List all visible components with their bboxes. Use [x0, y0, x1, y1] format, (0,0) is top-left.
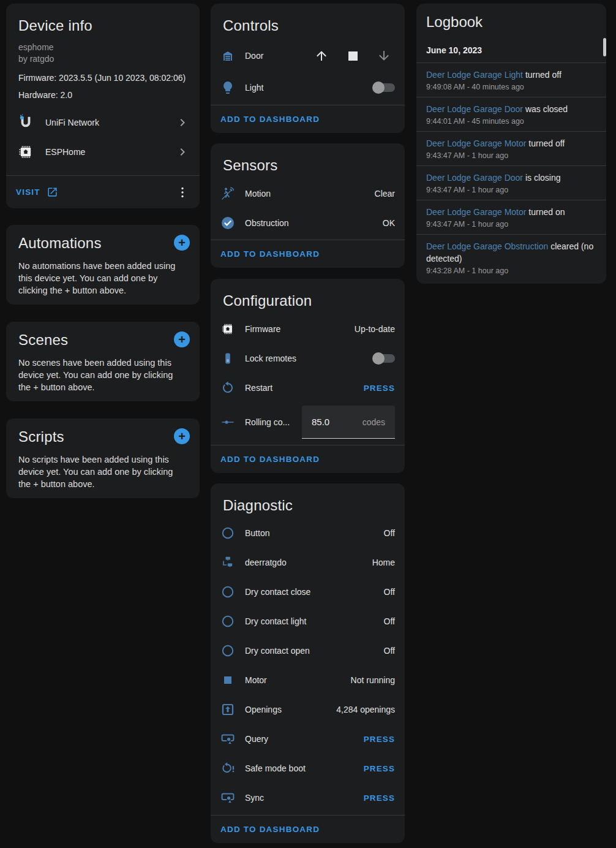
logbook-scrollbar[interactable] [603, 38, 606, 56]
lightbulb-icon [220, 80, 245, 95]
add-automation-button[interactable]: + [174, 235, 190, 251]
door-row[interactable]: Door [211, 40, 405, 72]
controls-card: Controls Door Light [211, 4, 405, 133]
scripts-title: Scripts [18, 428, 64, 445]
chevron-right-icon [175, 145, 190, 159]
dry-contact-light-row[interactable]: Dry contact light Off [211, 607, 405, 636]
motor-row[interactable]: Motor Not running [211, 665, 405, 695]
lock-remotes-toggle[interactable] [374, 354, 395, 363]
safe-mode-boot-row[interactable]: Safe mode boot PRESS [211, 754, 405, 783]
light-toggle[interactable] [374, 83, 395, 92]
logbook-entity-link[interactable]: Deer Lodge Garage Motor [426, 138, 526, 148]
integration-label: ESPHome [45, 147, 175, 157]
logbook-time: 9:43:47 AM - 1 hour ago [426, 219, 596, 229]
automations-empty-text: No automations have been added using thi… [6, 260, 200, 297]
configuration-card: Configuration Firmware Up-to-date [211, 279, 405, 473]
logbook-time: 9:43:47 AM - 1 hour ago [426, 185, 596, 195]
integration-row-unifi[interactable]: UniFi Network [6, 108, 200, 137]
lock-remotes-label: Lock remotes [245, 354, 374, 363]
query-label: Query [245, 734, 364, 744]
integration-label: UniFi Network [45, 118, 175, 127]
firmware-chip-icon [220, 322, 245, 336]
safe-mode-boot-press-button[interactable]: PRESS [364, 764, 395, 773]
device-subtitle: esphome by ratgdo [6, 42, 200, 65]
rolling-code-input[interactable]: 85.0 codes [302, 406, 395, 439]
query-press-button[interactable]: PRESS [364, 735, 395, 744]
arrow-up-box-icon [220, 702, 245, 717]
motion-label: Motion [245, 189, 375, 199]
restart-row[interactable]: Restart PRESS [211, 373, 405, 403]
device-manufacturer: by ratgdo [18, 53, 187, 65]
deerratgdo-row[interactable]: deerratgdo Home [211, 548, 405, 577]
open-in-new-icon [47, 186, 58, 198]
sync-label: Sync [245, 793, 364, 803]
logbook-entry: Deer Lodge Garage Door was closed 9:44:0… [416, 97, 606, 132]
dry-contact-close-row[interactable]: Dry contact close Off [211, 577, 405, 607]
sync-row[interactable]: Sync PRESS [211, 783, 405, 812]
visit-button[interactable]: VISIT [16, 186, 58, 198]
button-label: Button [245, 528, 384, 538]
tap-button-icon [220, 732, 245, 746]
sensors-title: Sensors [211, 143, 405, 174]
integration-row-esphome[interactable]: ESPHome [6, 137, 200, 167]
scripts-card: Scripts + No scripts have been added usi… [6, 418, 200, 498]
firmware-row[interactable]: Firmware Up-to-date [211, 314, 405, 344]
openings-row[interactable]: Openings 4,284 openings [211, 695, 405, 724]
restart-press-button[interactable]: PRESS [364, 384, 395, 393]
sensors-add-to-dashboard-button[interactable]: ADD TO DASHBOARD [220, 249, 320, 259]
logbook-action: turned off [525, 70, 562, 80]
motor-value: Not running [351, 675, 395, 685]
logbook-action: is closing [525, 173, 561, 183]
button-row[interactable]: Button Off [211, 518, 405, 548]
lan-icon [220, 555, 245, 570]
door-open-button[interactable] [309, 44, 334, 68]
logbook-action: turned on [528, 207, 565, 217]
add-script-button[interactable]: + [174, 428, 190, 444]
visit-label: VISIT [16, 187, 40, 197]
logbook-action: turned off [528, 138, 565, 148]
query-row[interactable]: Query PRESS [211, 724, 405, 754]
logbook-title: Logbook [416, 4, 606, 31]
light-row[interactable]: Light [211, 72, 405, 104]
overflow-menu-button[interactable] [175, 185, 190, 200]
remote-icon [220, 351, 245, 366]
logbook-entity-link[interactable]: Deer Lodge Garage Obstruction [426, 241, 548, 251]
diagnostic-card: Diagnostic Button Off deerratgdo Home [211, 483, 405, 843]
dry-contact-open-row[interactable]: Dry contact open Off [211, 636, 405, 665]
circle-outline-icon [220, 614, 245, 629]
configuration-add-to-dashboard-button[interactable]: ADD TO DASHBOARD [220, 455, 320, 464]
add-scene-button[interactable]: + [174, 331, 190, 347]
device-info-card: Device info esphome by ratgdo Firmware: … [6, 4, 200, 208]
controls-title: Controls [211, 4, 405, 34]
logbook-entry: Deer Lodge Garage Motor turned on 9:43:4… [416, 200, 606, 235]
logbook-time: 9:49:08 AM - 40 minutes ago [426, 82, 596, 92]
logbook-time: 9:43:47 AM - 1 hour ago [426, 151, 596, 161]
door-stop-button[interactable] [340, 44, 365, 68]
sync-press-button[interactable]: PRESS [364, 793, 395, 803]
safe-mode-boot-label: Safe mode boot [245, 763, 364, 773]
ray-vertex-icon [220, 415, 245, 430]
logbook-entity-link[interactable]: Deer Lodge Garage Door [426, 104, 523, 114]
deerratgdo-label: deerratgdo [245, 558, 372, 567]
motion-sensor-icon [220, 186, 245, 201]
logbook-entity-link[interactable]: Deer Lodge Garage Light [426, 70, 523, 80]
circle-outline-icon [220, 585, 245, 599]
logbook-entry: Deer Lodge Garage Light turned off 9:49:… [416, 63, 606, 97]
logbook-entity-link[interactable]: Deer Lodge Garage Motor [426, 207, 526, 217]
motion-row[interactable]: Motion Clear [211, 179, 405, 208]
automations-card: Automations + No automations have been a… [6, 225, 200, 305]
restart-icon [220, 380, 245, 395]
diagnostic-add-to-dashboard-button[interactable]: ADD TO DASHBOARD [220, 825, 320, 834]
restart-label: Restart [245, 383, 364, 393]
obstruction-row[interactable]: Obstruction OK [211, 208, 405, 238]
configuration-title: Configuration [211, 279, 405, 309]
lock-remotes-row[interactable]: Lock remotes [211, 344, 405, 373]
device-info-title: Device info [6, 4, 200, 34]
logbook-entity-link[interactable]: Deer Lodge Garage Door [426, 173, 523, 183]
motor-label: Motor [245, 675, 351, 685]
rolling-code-row[interactable]: Rolling co... 85.0 codes [211, 403, 405, 442]
circle-outline-icon [220, 526, 245, 540]
controls-add-to-dashboard-button[interactable]: ADD TO DASHBOARD [220, 115, 320, 124]
door-close-button[interactable] [372, 44, 396, 68]
logbook-entry: Deer Lodge Garage Obstruction cleared (n… [416, 235, 606, 281]
